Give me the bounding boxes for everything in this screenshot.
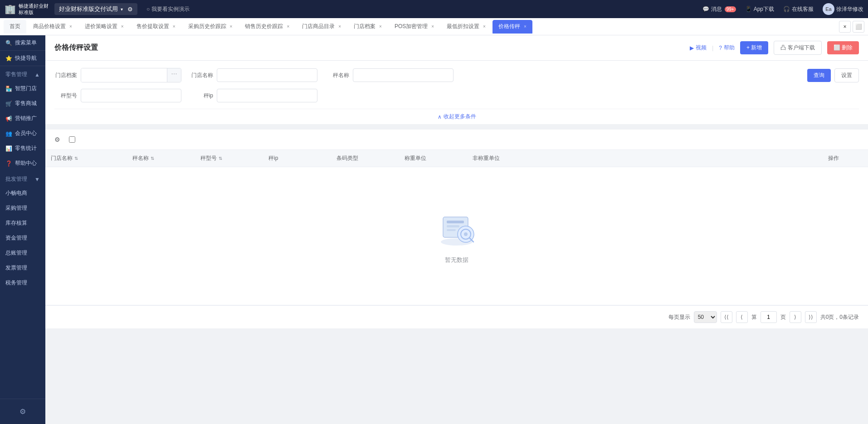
th-scale-ip: 秤ip <box>263 150 331 167</box>
tab-pos-encrypt[interactable]: POS加密管理 × <box>389 20 440 34</box>
close-icon[interactable]: × <box>287 24 289 29</box>
collapse-bar[interactable]: ∧ 收起更多条件 <box>54 109 859 124</box>
prev-page-btn[interactable]: ⟨ <box>736 311 748 323</box>
tab-goods-price-label: 商品价格设置 <box>33 23 66 30</box>
table-settings-btn[interactable]: ⚙ <box>51 133 63 146</box>
sort-icon[interactable]: ⇅ <box>219 156 222 161</box>
message-btn[interactable]: 💬 消息 99+ <box>702 5 736 13</box>
page-input[interactable] <box>761 311 777 323</box>
tab-sales-history[interactable]: 销售历史价跟踪 × <box>239 20 295 34</box>
app-selector-label: 好业财标准版交付试用 <box>59 5 118 13</box>
table-toolbar: ⚙ <box>45 130 868 150</box>
query-button[interactable]: 查询 <box>807 69 831 82</box>
tab-price-scale-label: 价格传秤 <box>498 23 520 30</box>
sidebar-item-invoice[interactable]: 发票管理 <box>0 260 45 275</box>
sidebar-item-retail-stats[interactable]: 📊 零售统计 <box>0 141 45 156</box>
tab-goods-price[interactable]: 商品价格设置 × <box>27 20 78 34</box>
smart-store-icon: 🏪 <box>5 86 12 92</box>
settings-icon[interactable]: ⚙ <box>127 6 133 13</box>
video-link[interactable]: ▶ 视频 <box>690 44 707 52</box>
sidebar-item-retail-mall[interactable]: 🛒 零售商城 <box>0 96 45 111</box>
ecommerce-label: 小畅电商 <box>5 189 27 197</box>
tab-purchase-history[interactable]: 采购历史价跟踪 × <box>182 20 239 34</box>
close-icon[interactable]: × <box>483 24 486 29</box>
last-page-btn[interactable]: ⟩⟩ <box>805 311 817 323</box>
tab-min-discount[interactable]: 最低折扣设置 × <box>441 20 492 34</box>
sort-icon[interactable]: ⇅ <box>151 156 154 161</box>
help-link[interactable]: ? 帮助 <box>719 44 735 52</box>
query-label: 查询 <box>814 72 824 79</box>
tab-close-btn[interactable]: × <box>839 21 851 33</box>
demo-hint-text: 我要看实例演示 <box>151 5 190 13</box>
sidebar-item-smart-store[interactable]: 🏪 智慧门店 <box>0 81 45 96</box>
tab-expand-btn[interactable]: ⬜ <box>853 21 864 33</box>
filter-scale-model: 秤型号 <box>54 89 181 102</box>
sidebar-item-general-ledger[interactable]: 总账管理 <box>0 246 45 260</box>
demo-hint[interactable]: ○ 我要看实例演示 <box>146 5 190 13</box>
next-page-btn[interactable]: ⟩ <box>790 311 801 323</box>
top-bar-right: 💬 消息 99+ 📱 App下载 🎧 在线客服 Ea 徐泽华修改 <box>702 3 863 15</box>
main-layout: 🔍 搜索菜单 ⭐ 快捷导航 零售管理 ▲ 🏪 智慧门店 🛒 零售商城 <box>0 35 868 424</box>
close-icon[interactable]: × <box>121 24 124 29</box>
close-icon[interactable]: × <box>431 24 434 29</box>
set-button[interactable]: 设置 <box>834 68 859 82</box>
sidebar-section-wholesale-header[interactable]: 批发管理 ▼ <box>0 171 45 186</box>
tab-sale-extract[interactable]: 售价提取设置 × <box>131 20 181 34</box>
sidebar-item-finance[interactable]: 资金管理 <box>0 231 45 246</box>
add-button[interactable]: + 新增 <box>740 41 768 54</box>
scale-name-input[interactable] <box>353 68 454 82</box>
download-button[interactable]: 凸 客户端下载 <box>774 41 821 55</box>
page-label: 算 <box>751 313 757 321</box>
sidebar-item-help[interactable]: ❓ 帮助中心 <box>0 156 45 171</box>
close-icon[interactable]: × <box>338 24 341 29</box>
app-selector[interactable]: 好业财标准版交付试用 ▾ ⚙ <box>54 3 137 15</box>
sidebar-section-retail-header[interactable]: 零售管理 ▲ <box>0 66 45 81</box>
delete-button[interactable]: ⬜ 删除 <box>827 41 859 54</box>
online-service-btn[interactable]: 🎧 在线客服 <box>783 5 814 13</box>
th-operation: 操作 <box>823 150 868 167</box>
collapse-up-icon: ∧ <box>438 114 442 120</box>
sidebar-item-marketing[interactable]: 📢 营销推广 <box>0 111 45 126</box>
download-label: 凸 客户端下载 <box>780 44 814 52</box>
store-file-input[interactable] <box>81 68 167 82</box>
tab-purchase-strategy[interactable]: 进价策略设置 × <box>79 20 130 34</box>
user-menu[interactable]: Ea 徐泽华修改 <box>823 3 863 15</box>
tax-label: 税务管理 <box>5 279 27 287</box>
retail-mall-label: 零售商城 <box>15 100 37 107</box>
app-download-btn[interactable]: 📱 App下载 <box>745 5 774 13</box>
sidebar-settings-btn[interactable]: ⚙ <box>0 404 45 419</box>
scale-ip-input[interactable] <box>217 89 317 102</box>
tab-store-catalog[interactable]: 门店商品目录 × <box>296 20 347 34</box>
first-page-btn[interactable]: ⟨⟨ <box>721 311 732 323</box>
sidebar-item-inventory[interactable]: 库存核算 <box>0 216 45 231</box>
help-label: 帮助中心 <box>15 159 37 167</box>
data-table: 门店名称 ⇅ 秤名称 ⇅ 秤型号 <box>45 150 868 305</box>
sidebar-item-ecommerce[interactable]: 小畅电商 <box>0 186 45 201</box>
scale-model-input[interactable] <box>81 89 181 102</box>
per-page-select[interactable]: 20 50 100 <box>694 311 717 323</box>
sort-icon[interactable]: ⇅ <box>74 156 78 161</box>
message-badge: 99+ <box>725 6 736 12</box>
sidebar-item-member[interactable]: 👥 会员中心 <box>0 126 45 141</box>
chevron-down-icon: ▾ <box>121 7 123 12</box>
sidebar-item-purchase[interactable]: 采购管理 <box>0 201 45 216</box>
pagination: 每页显示 20 50 100 ⟨⟨ ⟨ 算 页 ⟩ ⟩⟩ 共0页，0条记录 <box>45 305 868 328</box>
store-name-input[interactable] <box>217 68 317 82</box>
close-icon[interactable]: × <box>524 24 527 29</box>
sidebar-item-tax[interactable]: 税务管理 <box>0 275 45 290</box>
close-icon[interactable]: × <box>230 24 233 29</box>
store-file-select-btn[interactable]: … <box>167 68 181 82</box>
close-icon[interactable]: × <box>69 24 72 29</box>
select-all-checkbox[interactable] <box>69 136 75 143</box>
table-empty-row: 暂无数据 <box>45 167 868 305</box>
filter-scale-name: 秤名称 <box>327 68 454 82</box>
tab-price-scale[interactable]: 价格传秤 × <box>493 20 532 34</box>
close-icon[interactable]: × <box>379 24 382 29</box>
tab-home[interactable]: 首页 <box>4 20 26 34</box>
sidebar-item-quick-nav[interactable]: ⭐ 快捷导航 <box>0 51 45 66</box>
close-icon[interactable]: × <box>173 24 176 29</box>
divider: | <box>712 44 713 51</box>
section-wholesale-label: 批发管理 <box>5 175 27 183</box>
tab-store-file[interactable]: 门店档案 × <box>348 20 388 34</box>
sidebar-search[interactable]: 🔍 搜索菜单 <box>0 35 45 51</box>
